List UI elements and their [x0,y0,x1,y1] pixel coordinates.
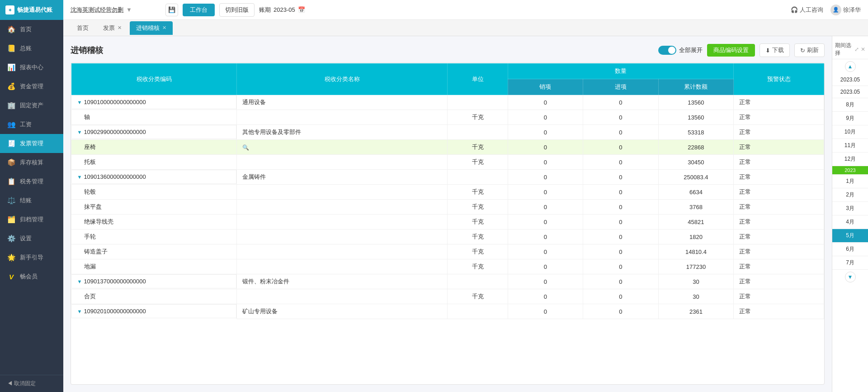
period-item-1month[interactable]: 1月 [832,175,868,188]
period-item-1[interactable]: 2023.05 [832,86,868,98]
tab-invoice-close[interactable]: ✕ [118,25,122,31]
period-item-2month[interactable]: 2月 [832,188,868,202]
sidebar-item-home[interactable]: 🏠 首页 [0,20,63,39]
service-button[interactable]: 🎧 人工咨询 [791,6,823,14]
cell-purchase: 0 [583,215,659,229]
search-icon[interactable]: 🔍 [242,144,249,151]
refresh-label: 刷新 [807,46,819,54]
calendar-icon: 📅 [298,6,305,13]
refresh-button[interactable]: ↻ 刷新 [794,43,825,57]
table: 税收分类编码 税收分类名称 单位 数量 预警状态 销项 进项 累计数额 [71,63,824,319]
cell-code: 地漏 [71,259,237,274]
topbar: 沈海英测试经营勿删 ▼ 💾 工作台 切到旧版 账期 2023-05 📅 🎧 人工… [63,0,868,20]
product-code-settings-button[interactable]: 商品编码设置 [707,44,755,57]
period-selector[interactable]: 账期 2023-05 📅 [259,6,305,14]
cell-unit: 千克 [448,244,508,259]
period-item-8month[interactable]: 8月 [832,98,868,112]
cell-status: 正常 [734,215,824,229]
table-row: 托板 千克 0 0 30450 正常 [71,155,824,170]
save-button[interactable]: 💾 [165,4,178,16]
period-select-title: 期间选择 [835,42,854,57]
toggle-switch[interactable] [658,46,676,55]
period-item-12month[interactable]: 12月 [832,153,868,166]
sidebar-item-salary[interactable]: 👥 工资 [0,115,63,134]
switch-version-button[interactable]: 切到旧版 [219,3,255,17]
tab-reconcile-close[interactable]: ✕ [162,25,166,31]
table-row: 抹平盘 千克 0 0 3768 正常 [71,200,824,215]
sidebar-item-assets[interactable]: 🏢 固定资产 [0,96,63,115]
sidebar-item-funds[interactable]: 💰 资金管理 [0,77,63,96]
sidebar-item-reports[interactable]: 📊 报表中心 [0,58,63,77]
table-row: ▼ 1090299000000000000 其他专用设备及零部件 0 0 533… [71,125,824,140]
period-item-3month[interactable]: 3月 [832,202,868,215]
cell-unit: 千克 [448,140,508,155]
cell-code: 手轮 [71,229,237,244]
sidebar-item-inventory[interactable]: 📦 库存核算 [0,153,63,172]
panel-close-icon[interactable]: ✕ [861,46,865,53]
panel-expand-icon[interactable]: ⤢ [854,46,859,53]
cell-status: 正常 [734,140,824,155]
expand-icon[interactable]: ▼ [77,100,82,105]
cell-sale: 0 [508,125,583,140]
sidebar-item-ledger[interactable]: 📒 总账 [0,39,63,58]
period-item-10month[interactable]: 10月 [832,125,868,139]
cell-name [237,185,448,200]
cell-status: 正常 [734,155,824,170]
download-button[interactable]: ⬇ 下载 [760,43,790,57]
period-item-11month[interactable]: 11月 [832,139,868,153]
tab-home[interactable]: 首页 [71,21,95,35]
cell-purchase: 0 [583,244,659,259]
sidebar-item-invoice[interactable]: 🧾 发票管理 [0,134,63,153]
sidebar-item-archive[interactable]: 🗂️ 归档管理 [0,210,63,229]
period-item-6month[interactable]: 6月 [832,243,868,256]
user-menu[interactable]: 👤 徐泽华 [830,5,861,15]
sidebar-item-member[interactable]: V 畅会员 [0,267,63,286]
sidebar-item-label: 新手引导 [20,253,43,262]
right-panel-header: 期间选择 ⤢ ✕ [832,40,868,59]
period-item-9month[interactable]: 9月 [832,112,868,125]
sidebar-item-settlement[interactable]: ⚖️ 结账 [0,191,63,210]
cell-sale: 0 [508,229,583,244]
cell-total: 30 [658,289,734,304]
period-item-0[interactable]: 2023.05 [832,74,868,86]
scroll-up-button[interactable]: ▲ [845,61,856,72]
company-dropdown-icon: ▼ [126,6,132,13]
sidebar-item-settings[interactable]: ⚙️ 设置 [0,229,63,248]
period-year-2023[interactable]: 2023 [832,166,868,175]
tab-invoice[interactable]: 发票 ✕ [97,21,128,35]
archive-icon: 🗂️ [7,215,15,224]
scroll-down-button[interactable]: ▼ [845,272,856,282]
th-total: 累计数额 [658,79,734,95]
toggle-expand[interactable]: 全部展开 [658,46,703,55]
sidebar-item-guide[interactable]: 🌟 新手引导 [0,248,63,267]
expand-icon[interactable]: ▼ [77,309,82,314]
cell-purchase: 0 [583,259,659,274]
cell-code: 轮毂 [71,185,237,200]
period-item-4month[interactable]: 4月 [832,215,868,229]
app-name: 畅捷通易代账 [17,6,52,14]
tax-icon: 📋 [7,177,15,186]
period-item-7month[interactable]: 7月 [832,256,868,270]
tab-reconcile[interactable]: 进销稽核 ✕ [130,21,173,35]
expand-icon[interactable]: ▼ [77,174,82,180]
cell-code: ▼ 1090299000000000000 [71,125,237,139]
table-row: 绝缘导线壳 千克 0 0 45821 正常 [71,215,824,229]
period-item-5month[interactable]: 5月 [832,229,868,243]
sidebar-item-label: 工资 [20,120,32,129]
cell-code: 铸造盖子 [71,244,237,259]
headset-icon: 🎧 [791,6,798,13]
expand-icon[interactable]: ▼ [77,279,82,284]
cell-status: 正常 [734,95,824,110]
service-label: 人工咨询 [800,6,823,14]
cell-sale: 0 [508,155,583,170]
invoice-icon: 🧾 [7,139,15,148]
workbench-button[interactable]: 工作台 [183,4,215,16]
company-selector[interactable]: 沈海英测试经营勿删 ▼ [71,6,161,14]
sidebar-item-label: 归档管理 [20,215,43,224]
settings-icon: ⚙️ [7,234,15,243]
expand-icon[interactable]: ▼ [77,129,82,135]
cell-purchase: 0 [583,185,659,200]
unpin-button[interactable]: ◀ 取消固定 [0,375,63,392]
cell-status: 正常 [734,259,824,274]
sidebar-item-tax[interactable]: 📋 税务管理 [0,172,63,191]
